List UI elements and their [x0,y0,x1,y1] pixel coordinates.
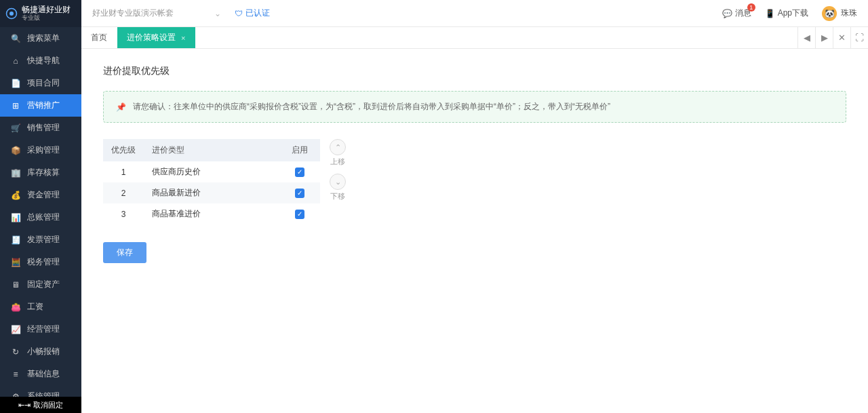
page-title: 进价提取优先级 [103,65,846,77]
move-up-label: 上移 [330,157,345,167]
hint-banner: 📌 请您确认：往来单位中的供应商“采购报价含税”设置，为“含税”，取到进价后将自… [103,91,846,123]
table-row[interactable]: 3商品基准进价✓ [103,203,320,224]
nav-icon: 🧮 [11,258,20,267]
move-controls: ⌃ 上移 ⌄ 下移 [330,139,346,208]
nav-icon: 🛒 [11,123,20,133]
col-priority: 优先级 [103,139,144,161]
cell-priority: 3 [103,203,144,224]
cell-enable: ✓ [279,161,320,182]
checkbox-checked-icon[interactable]: ✓ [295,189,304,198]
nav-icon: 📊 [11,213,20,222]
checkbox-checked-icon[interactable]: ✓ [295,210,304,219]
brand-name: 畅捷通好业财 [22,5,71,14]
sidebar-item-2[interactable]: 📄项目合同 [0,72,81,94]
table-row[interactable]: 2商品最新进价✓ [103,182,320,203]
nav-icon: 👛 [11,302,20,312]
chat-icon: 💬 [722,9,732,18]
col-enable: 启用 [279,139,320,161]
tab-current-label: 进价策略设置 [127,32,176,43]
pushpin-icon: 📌 [116,102,126,112]
move-down-label: 下移 [330,191,345,201]
sidebar-item-label: 采购管理 [27,144,60,156]
sidebar-item-4[interactable]: 🛒销售管理 [0,117,81,139]
nav-icon: ⌂ [11,56,20,66]
sidebar-item-9[interactable]: 🧾发票管理 [0,229,81,251]
nav-icon: 🖥 [11,280,20,290]
nav-icon: ≡ [11,370,20,379]
nav-icon: 📈 [11,325,20,334]
nav-icon: 📦 [11,146,20,155]
sidebar-item-label: 资金管理 [27,189,60,201]
topbar: 好业财专业版演示帐套 ⌄ 🛡 已认证 💬 消息 1 📱 App下载 🐼 珠珠 [81,0,868,27]
download-label: App下载 [778,7,808,19]
nav-icon: 🏢 [11,168,20,178]
sidebar-item-12[interactable]: 👛工资 [0,296,81,318]
table-row[interactable]: 1供应商历史价✓ [103,161,320,182]
tab-current[interactable]: 进价策略设置 × [117,27,195,48]
messages-badge: 1 [747,3,755,12]
account-selector[interactable]: 好业财专业版演示帐套 ⌄ [92,7,221,19]
sidebar-item-0[interactable]: 🔍搜索菜单 [0,27,81,50]
checkbox-checked-icon[interactable]: ✓ [295,168,304,177]
sidebar-item-label: 项目合同 [27,77,60,89]
sidebar-item-8[interactable]: 📊总账管理 [0,206,81,229]
move-up-button[interactable]: ⌃ [330,139,346,155]
sidebar-item-label: 快捷导航 [27,55,60,66]
nav-icon: 🧾 [11,235,20,245]
sidebar-item-1[interactable]: ⌂快捷导航 [0,50,81,72]
brand-logo-icon [5,7,18,20]
tabbar: 首页 进价策略设置 × ◀ ▶ ✕ ⛶ [81,27,868,49]
sidebar-item-label: 固定资产 [27,279,60,290]
sidebar-item-label: 发票管理 [27,234,60,245]
close-icon[interactable]: × [181,34,185,42]
sidebar-item-15[interactable]: ≡基础信息 [0,363,81,385]
shield-icon: 🛡 [235,9,243,18]
user-name: 珠珠 [841,7,857,19]
save-button[interactable]: 保存 [103,242,146,263]
sidebar-item-7[interactable]: 💰资金管理 [0,184,81,206]
sidebar-item-6[interactable]: 🏢库存核算 [0,161,81,184]
move-down-button[interactable]: ⌄ [330,174,346,190]
tab-home-label: 首页 [91,32,107,43]
app-download-button[interactable]: 📱 App下载 [765,7,808,19]
sidebar-item-13[interactable]: 📈经营管理 [0,318,81,340]
nav-icon: 🔍 [11,34,20,43]
cell-enable: ✓ [279,203,320,224]
fullscreen-button[interactable]: ⛶ [850,27,868,48]
tab-prev-button[interactable]: ◀ [797,27,815,48]
avatar-icon: 🐼 [822,6,837,21]
tab-home[interactable]: 首页 [81,27,117,48]
priority-table: 优先级 进价类型 启用 1供应商历史价✓2商品最新进价✓3商品基准进价✓ [103,139,320,224]
sidebar-item-5[interactable]: 📦采购管理 [0,139,81,161]
verified-label: 已认证 [245,7,270,19]
user-menu[interactable]: 🐼 珠珠 [822,6,857,21]
content: 进价提取优先级 📌 请您确认：往来单位中的供应商“采购报价含税”设置，为“含税”… [81,49,868,413]
tab-close-all-button[interactable]: ✕ [833,27,850,48]
sidebar-item-3[interactable]: ⊞营销推广 [0,94,81,117]
sidebar-item-label: 税务管理 [27,256,60,268]
verified-badge: 🛡 已认证 [235,7,270,19]
brand: 畅捷通好业财 专业版 [0,0,81,27]
cell-priority: 1 [103,161,144,182]
sidebar-item-label: 营销推广 [27,100,60,111]
pin-toggle[interactable]: ⇤⇥ 取消固定 [0,397,81,413]
sidebar-item-14[interactable]: ↻小畅报销 [0,340,81,363]
messages-button[interactable]: 💬 消息 1 [722,7,751,19]
pin-icon: ⇤⇥ [18,401,31,410]
chevron-down-icon: ⌄ [214,9,221,18]
sidebar-item-label: 小畅报销 [27,346,60,357]
nav-icon: ↻ [11,347,20,357]
cell-type: 商品最新进价 [144,182,279,203]
sidebar-item-10[interactable]: 🧮税务管理 [0,251,81,273]
tab-next-button[interactable]: ▶ [815,27,833,48]
col-type: 进价类型 [144,139,279,161]
sidebar-item-label: 工资 [27,301,43,313]
sidebar-item-label: 库存核算 [27,167,60,178]
brand-edition: 专业版 [22,15,71,22]
sidebar-item-label: 销售管理 [27,122,60,134]
sidebar-item-11[interactable]: 🖥固定资产 [0,273,81,296]
sidebar-item-label: 搜索菜单 [27,33,60,44]
cell-priority: 2 [103,182,144,203]
hint-text: 请您确认：往来单位中的供应商“采购报价含税”设置，为“含税”，取到进价后将自动带… [133,101,610,113]
pin-label: 取消固定 [33,400,63,410]
